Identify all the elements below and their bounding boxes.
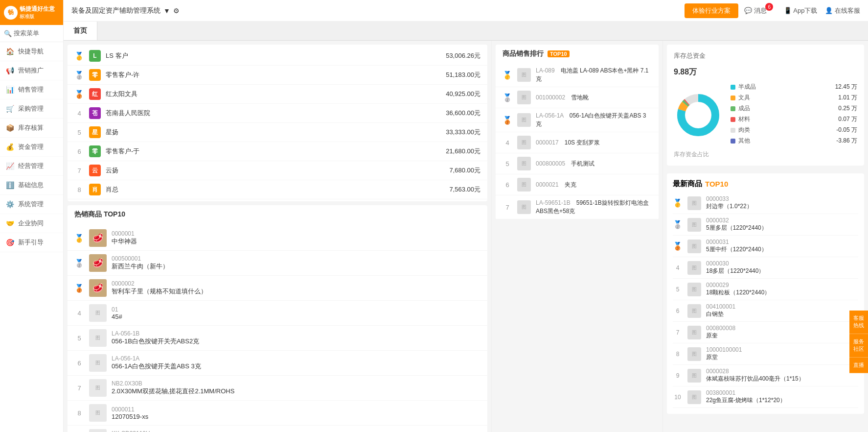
rank-number: 5: [673, 286, 683, 293]
product-thumb: 图: [687, 196, 701, 210]
medal-icon: 🥉: [673, 241, 683, 251]
legend-value: 12.45 万: [835, 83, 857, 91]
product-info: 0000029 18颗粒板（1220*2440）: [706, 282, 770, 297]
list-item: 🥉 🥩 0000002 智利车子里（规格不知道填什么）: [68, 276, 487, 301]
product-info: 0000033 封边带（1.0*22）: [706, 195, 753, 211]
sidebar-icon-10: 🎯: [6, 239, 14, 246]
product-info: LA-59651-1B 59651-1B旋转投影灯电池盒ABS黑色+58克: [536, 199, 652, 216]
legend-item: 材料 0.07 万: [731, 115, 857, 123]
sidebar-label-5: 资金管理: [18, 143, 44, 151]
online-service[interactable]: 👤 在线客服: [825, 6, 860, 15]
list-item: 🥈 图 001000002 雪地靴: [496, 87, 659, 108]
product-thumb: 图: [687, 218, 701, 232]
product-thumb: 图: [89, 304, 107, 322]
sidebar-item-10[interactable]: 🎯新手引导: [0, 233, 63, 252]
product-thumb: 图: [517, 113, 531, 127]
rank-number: 6: [74, 360, 84, 367]
system-title: 装备及固定资产辅助管理系统: [71, 6, 160, 15]
product-info: LA-056-1B 056-1B白色按键开关壳ABS2克: [112, 330, 480, 346]
sidebar-item-5[interactable]: 💰资金管理: [0, 138, 63, 157]
settings-icon[interactable]: ⚙: [173, 7, 180, 15]
rank-number: 4: [673, 264, 683, 271]
product-thumb: 图: [687, 326, 701, 339]
list-item: 4 图 0000030 18多层（1220*2440）: [673, 257, 858, 279]
product-info: 0000017 10S 变刮罗浆: [536, 139, 652, 147]
float-btn-live[interactable]: 直播: [849, 358, 868, 373]
nav-tabs: 首页: [64, 22, 868, 41]
rank-number: 7: [74, 384, 84, 392]
float-btn-community[interactable]: 服务社区: [849, 334, 868, 358]
product-info: 0000030 18多层（1220*2440）: [706, 260, 764, 275]
product-thumb: 图: [687, 240, 701, 253]
product-info: 000800005 手机测试: [536, 160, 652, 168]
product-thumb: 图: [517, 91, 531, 104]
list-item: 10 图 003800001 22g鱼豆腐-烧烤味（1*12*20）: [673, 386, 858, 408]
rank-name: 肖总: [106, 185, 444, 194]
product-info: NB2.0X30B 2.0X30MM双搓花轴,搓花直径2.1MM/ROHS: [112, 380, 480, 396]
list-item: 5 图 0000029 18颗粒板（1220*2440）: [673, 279, 858, 300]
medal-icon: 🥇: [74, 234, 84, 243]
legend-dot: [731, 106, 735, 111]
topbar-right: 💬 消息 6 📱 App下载 👤 在线客服: [744, 6, 860, 15]
rank-amount: 36,600.00元: [446, 109, 480, 118]
rank-amount: 53,006.26元: [446, 51, 480, 60]
product-thumb: 图: [687, 347, 701, 361]
sidebar-item-2[interactable]: 📊销售管理: [0, 80, 63, 99]
customer-ranking-card: 🥇 L LS 客户 53,006.26元 🥈 零 零售客户-许 51,183.0…: [68, 45, 487, 201]
new-products-card: 最新商品 TOP10 🥇 图 0000033 封边带（1.0*22） 🥈 图 0…: [667, 173, 864, 414]
sidebar-item-1[interactable]: 📢营销推广: [0, 61, 63, 80]
list-item: 🥈 图 0000032 5厘多层（1220*2440）: [673, 214, 858, 236]
sidebar-icon-0: 🏠: [6, 48, 14, 55]
sidebar-item-6[interactable]: 📈经营管理: [0, 157, 63, 176]
message-area[interactable]: 💬 消息 6: [744, 6, 776, 15]
sidebar-icon-9: 🤝: [6, 219, 14, 227]
product-info: 0000011 12070519-xs: [112, 406, 480, 420]
tab-home[interactable]: 首页: [64, 22, 97, 40]
sidebar-icon-5: 💰: [6, 143, 14, 151]
product-thumb: 图: [517, 200, 531, 214]
list-item: 4 图 0000017 10S 变刮罗浆: [496, 132, 659, 153]
list-item: 9 图 KK-SD22110H 花语萌恒温分腿睡袋（厚款）: [68, 426, 487, 432]
sidebar: 畅 畅捷通好生意 标准版 🔍 搜索菜单 🏠快捷导航📢营销推广📊销售管理🛒采购管理…: [0, 0, 64, 432]
dropdown-icon[interactable]: ▼: [163, 7, 170, 15]
list-item: 7 图 LA-59651-1B 59651-1B旋转投影灯电池盒ABS黑色+58…: [496, 195, 659, 219]
topbar: 装备及固定资产辅助管理系统 ▼ ⚙ 体验行业方案 💬 消息 6 📱 App下载 …: [64, 0, 868, 22]
rank-name: 星扬: [106, 128, 441, 137]
search-icon: 🔍: [4, 30, 12, 37]
sidebar-item-4[interactable]: 📦库存核算: [0, 119, 63, 138]
list-item: 6 图 LA-056-1A 056-1A白色按键开关盖ABS 3克: [68, 351, 487, 376]
rank-avatar: 星: [89, 126, 101, 138]
product-ranking-badge: TOP10: [548, 50, 570, 57]
rank-avatar: 零: [89, 69, 101, 81]
inventory-amount: 9.88万: [674, 62, 697, 77]
inventory-amount-area: 9.88万: [674, 62, 857, 78]
list-item: 8 图 0000011 12070519-xs: [68, 401, 487, 426]
float-btn-service[interactable]: 客服热线: [849, 311, 868, 334]
sidebar-item-7[interactable]: ℹ️基础信息: [0, 176, 63, 195]
middle-panel: 商品销售排行 TOP10 🥇 图 LA-089 电池盖 LA-089 ABS本色…: [491, 41, 662, 432]
medal-icon: 🥇: [673, 198, 683, 208]
sidebar-item-9[interactable]: 🤝企业协同: [0, 214, 63, 233]
sidebar-label-7: 基础信息: [18, 181, 44, 190]
legend-item: 半成品 12.45 万: [731, 83, 857, 91]
rank-name: LS 客户: [106, 51, 441, 60]
sidebar-item-0[interactable]: 🏠快捷导航: [0, 42, 63, 61]
sidebar-item-8[interactable]: ⚙️系统管理: [0, 195, 63, 214]
trial-button[interactable]: 体验行业方案: [685, 3, 738, 18]
sidebar-item-3[interactable]: 🛒采购管理: [0, 99, 63, 119]
sidebar-icon-7: ℹ️: [6, 181, 14, 189]
rank-number: 6: [74, 148, 84, 155]
system-title-area: 装备及固定资产辅助管理系统 ▼ ⚙: [71, 6, 679, 15]
search-menu[interactable]: 🔍 搜索菜单: [0, 25, 63, 42]
main-content: 装备及固定资产辅助管理系统 ▼ ⚙ 体验行业方案 💬 消息 6 📱 App下载 …: [64, 0, 868, 432]
app-download[interactable]: 📱 App下载: [784, 6, 817, 15]
legend-item: 成品 0.25 万: [731, 104, 857, 113]
rank-number: 7: [503, 204, 512, 211]
product-info: 0000032 5厘多层（1220*2440）: [706, 217, 767, 232]
medal-icon: 🥈: [74, 259, 84, 268]
product-info: 0000001 中华神器: [112, 230, 480, 246]
message-badge: 6: [765, 3, 773, 11]
rank-amount: 21,680.00元: [446, 147, 480, 156]
legend-value: 0.25 万: [838, 104, 857, 113]
product-thumb: 🥩: [89, 254, 107, 272]
